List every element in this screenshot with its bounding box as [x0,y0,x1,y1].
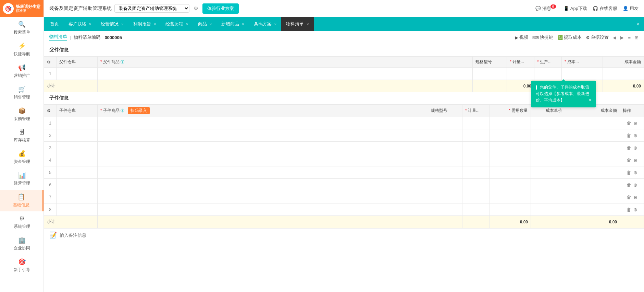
child-required-qty-cell[interactable] [490,191,531,203]
child-qty-unit-cell[interactable] [462,203,490,216]
child-warehouse-cell[interactable] [57,191,98,203]
parent-cost-unit-cell[interactable] [562,68,589,80]
copy-icon[interactable]: ⊕ [633,207,637,212]
child-cost-price-cell[interactable] [531,142,565,154]
child-warehouse-cell[interactable] [57,166,98,179]
parent-qty-unit-cell[interactable] [507,68,534,80]
sidebar-item-sales[interactable]: 🛒 销售管理 [0,82,44,104]
nav-next-icon[interactable]: ▶ [620,35,624,40]
close-all-tabs[interactable]: × [633,22,643,27]
child-required-qty-cell[interactable] [490,154,531,166]
system-select[interactable]: 装备及固定资产辅助管理系统 [114,4,189,13]
delete-icon[interactable]: 🗑 [627,157,631,163]
child-cost-price-cell[interactable] [531,191,565,203]
child-qty-unit-cell[interactable] [462,191,490,203]
child-goods-cell[interactable] [98,191,428,203]
sidebar-item-enterprise[interactable]: 🏢 企业协同 [0,233,44,255]
child-cost-price-cell[interactable] [531,117,565,129]
child-spec-cell[interactable] [428,154,462,166]
parent-col-settings[interactable]: ⚙ [44,57,57,68]
child-spec-cell[interactable] [428,142,462,154]
remark-input[interactable] [60,233,639,238]
delete-icon[interactable]: 🗑 [627,120,631,126]
child-qty-unit-cell[interactable] [462,179,490,191]
tab-bom[interactable]: 物料清单 × [281,17,313,31]
scan-button[interactable]: 扫码录入 [128,107,150,114]
child-qty-unit-cell[interactable] [462,129,490,142]
child-warehouse-cell[interactable] [57,129,98,142]
parent-goods-cell[interactable] [98,68,473,80]
tab-goods[interactable]: 商品 × [193,17,216,31]
child-goods-cell[interactable] [98,166,428,179]
tab-close-icon[interactable]: × [242,22,244,26]
child-warehouse-cell[interactable] [57,142,98,154]
tab-add-goods[interactable]: 新增商品 × [216,17,249,31]
child-warehouse-cell[interactable] [57,154,98,166]
delete-icon[interactable]: 🗑 [627,133,631,138]
tooltip-close-button[interactable]: × [589,97,591,104]
shortcut-action[interactable]: ⌨ 快捷键 [532,34,553,40]
grid-view-icon[interactable]: ⊞ [635,35,639,40]
child-goods-cell[interactable] [98,129,428,142]
delete-icon[interactable]: 🗑 [627,182,631,188]
parent-warehouse-cell[interactable] [57,68,98,80]
app-download-item[interactable]: 📱 App下载 [564,5,587,12]
extract-cost-action[interactable]: 💹 提取成本 [557,34,582,40]
child-required-qty-cell[interactable] [490,203,531,216]
delete-icon[interactable]: 🗑 [627,145,631,151]
child-spec-cell[interactable] [428,129,462,142]
child-spec-cell[interactable] [428,191,462,203]
copy-icon[interactable]: ⊕ [633,133,637,138]
child-col-settings[interactable]: ⚙ [44,105,57,117]
tab-profit[interactable]: 利润报告 × [128,17,161,31]
tab-history[interactable]: 经营历程 × [161,17,193,31]
child-goods-cell[interactable] [98,154,428,166]
message-item[interactable]: 💬 消息 6 [535,5,558,12]
copy-icon[interactable]: ⊕ [633,182,637,188]
child-cost-price-cell[interactable] [531,179,565,191]
parent-spec-cell[interactable] [473,68,507,80]
copy-icon[interactable]: ⊕ [633,170,637,175]
tab-close-icon[interactable]: × [89,22,91,26]
tab-home[interactable]: 首页 [45,17,64,31]
sidebar-item-quick-nav[interactable]: ⚡ 快捷导航 [0,39,44,60]
child-warehouse-cell[interactable] [57,203,98,216]
child-required-qty-cell[interactable] [490,129,531,142]
nav-prev-icon[interactable]: ◀ [613,35,616,40]
trial-button[interactable]: 体验行业方案 [202,3,239,14]
breadcrumb-bom[interactable]: 物料清单 [49,34,67,41]
online-service-item[interactable]: 🎧 在线客服 [593,5,617,12]
sidebar-item-search[interactable]: 🔍 搜索菜单 [0,17,44,39]
tab-close-icon[interactable]: × [186,22,188,26]
tab-customer[interactable]: 客户联络 × [64,17,96,31]
tab-close-icon[interactable]: × [274,22,276,26]
user-item[interactable]: 👤 用友 [623,5,639,12]
child-required-qty-cell[interactable] [490,117,531,129]
sidebar-item-marketing[interactable]: 📢 营销推广 [0,60,44,82]
sidebar-item-newbie[interactable]: 🎯 新手引导 [0,255,44,276]
delete-icon[interactable]: 🗑 [627,170,631,175]
copy-icon[interactable]: ⊕ [633,120,637,126]
sidebar-item-basic-info[interactable]: 📋 基础信息 [0,190,44,211]
child-cost-price-cell[interactable] [531,166,565,179]
child-cost-price-cell[interactable] [531,203,565,216]
child-required-qty-cell[interactable] [490,142,531,154]
child-goods-cell[interactable] [98,203,428,216]
tab-close-icon[interactable]: × [210,22,212,26]
tab-barcode[interactable]: 条码方案 × [249,17,281,31]
child-required-qty-cell[interactable] [490,166,531,179]
list-view-icon[interactable]: ≡ [628,35,631,40]
child-goods-cell[interactable] [98,117,428,129]
sidebar-item-purchase[interactable]: 📦 采购管理 [0,104,44,125]
child-spec-cell[interactable] [428,117,462,129]
copy-icon[interactable]: ⊕ [633,145,637,151]
copy-icon[interactable]: ⊕ [633,195,637,200]
child-qty-unit-cell[interactable] [462,117,490,129]
delete-icon[interactable]: 🗑 [627,195,631,200]
child-spec-cell[interactable] [428,203,462,216]
child-qty-unit-cell[interactable] [462,166,490,179]
delete-icon[interactable]: 🗑 [627,207,631,212]
child-warehouse-cell[interactable] [57,117,98,129]
settings-icon[interactable]: ⚙ [192,4,200,13]
child-goods-cell[interactable] [98,179,428,191]
